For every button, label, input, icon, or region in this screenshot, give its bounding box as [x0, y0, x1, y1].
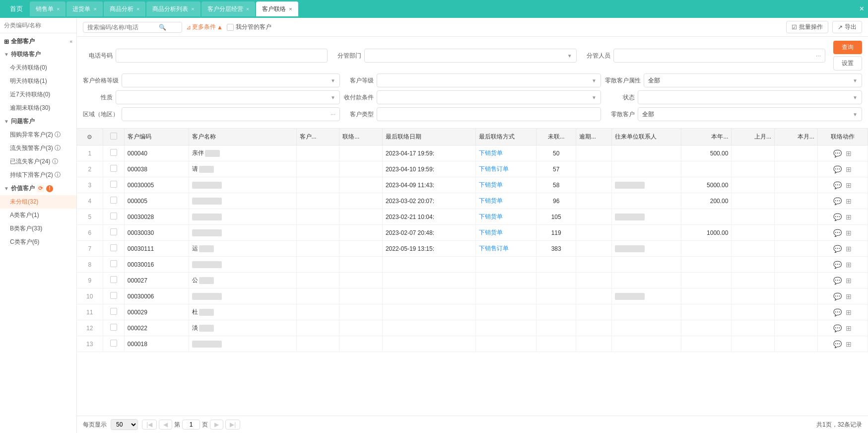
tab-customer-tier[interactable]: 客户分层经营 ×: [201, 1, 255, 16]
row-checkbox[interactable]: [110, 260, 117, 267]
last-page-btn[interactable]: ▶|: [225, 420, 240, 430]
row-checkbox[interactable]: [110, 308, 117, 315]
status-input[interactable]: ▼: [638, 90, 862, 104]
sidebar-item-declining[interactable]: 持续下滑客户(2) ⓘ: [0, 168, 76, 182]
retail-attr-input[interactable]: 全部 ▼: [644, 73, 862, 87]
contact-method-link[interactable]: 下销货单: [479, 229, 503, 236]
tab-sales-close[interactable]: ×: [57, 6, 60, 12]
contact-method-link[interactable]: 下销货单: [479, 213, 503, 220]
row-checkbox[interactable]: [110, 292, 117, 299]
qr-icon[interactable]: ⊞: [846, 213, 852, 221]
sidebar-item-today[interactable]: 今天待联络(0): [0, 61, 76, 74]
tab-home[interactable]: 首页: [4, 4, 29, 13]
message-icon[interactable]: 💬: [833, 229, 842, 237]
page-input[interactable]: [182, 420, 200, 430]
message-icon[interactable]: 💬: [833, 149, 842, 157]
contact-method-link[interactable]: 下销货单: [479, 197, 503, 204]
contact-method-link[interactable]: 下销售订单: [479, 165, 509, 172]
qr-icon[interactable]: ⊞: [846, 197, 852, 205]
contact-method-link[interactable]: 下销售订单: [479, 245, 509, 252]
message-icon[interactable]: 💬: [833, 324, 842, 332]
message-icon[interactable]: 💬: [833, 213, 842, 221]
qr-icon[interactable]: ⊞: [846, 277, 852, 285]
customer-type-input[interactable]: [377, 107, 601, 121]
contact-method-link[interactable]: 下销货单: [479, 149, 503, 156]
header-checkbox[interactable]: [110, 133, 117, 140]
tab-purchase-close[interactable]: ×: [93, 6, 96, 12]
row-checkbox[interactable]: [110, 197, 117, 204]
value-group-header[interactable]: ▼ 价值客户 ⟳ !: [0, 182, 76, 195]
phone-input[interactable]: [116, 49, 328, 63]
message-icon[interactable]: 💬: [833, 181, 842, 189]
qr-icon[interactable]: ⊞: [846, 340, 852, 348]
sidebar-item-ungroup[interactable]: 未分组(32): [0, 195, 76, 209]
col-check-header[interactable]: [103, 129, 124, 145]
sidebar-item-tomorrow[interactable]: 明天待联络(1): [0, 74, 76, 88]
sidebar-search-input[interactable]: [4, 22, 77, 29]
tab-customer-contact-close[interactable]: ×: [289, 6, 292, 12]
message-icon[interactable]: 💬: [833, 261, 842, 269]
qr-icon[interactable]: ⊞: [846, 165, 852, 173]
tab-purchase[interactable]: 进货单 ×: [67, 1, 102, 16]
sidebar-item-a-class[interactable]: A类客户(1): [0, 209, 76, 222]
batch-op-btn[interactable]: ☑ 批量操作: [786, 21, 828, 33]
price-level-input[interactable]: ▼: [122, 73, 340, 87]
sidebar-item-hoarding[interactable]: 囤购异常客户(2) ⓘ: [0, 128, 76, 142]
row-checkbox[interactable]: [110, 228, 117, 235]
sidebar-item-churned[interactable]: 已流失客户(24) ⓘ: [0, 155, 76, 168]
sidebar-item-overdue[interactable]: 逾期未联络(30): [0, 101, 76, 115]
reset-button[interactable]: 设置: [833, 56, 862, 71]
person-input[interactable]: ···: [613, 49, 825, 63]
tab-customer-tier-close[interactable]: ×: [246, 6, 249, 12]
message-icon[interactable]: 💬: [833, 277, 842, 285]
export-btn[interactable]: ↗ 导出: [832, 21, 862, 33]
row-checkbox[interactable]: [110, 324, 117, 331]
customer-level-input[interactable]: ▼: [377, 73, 601, 87]
close-all-icon[interactable]: ×: [860, 4, 864, 13]
first-page-btn[interactable]: |◀: [142, 420, 157, 430]
row-checkbox[interactable]: [110, 244, 117, 251]
row-checkbox[interactable]: [110, 340, 117, 347]
all-customers-header[interactable]: ⊞ 全部客户 «: [0, 33, 76, 48]
qr-icon[interactable]: ⊞: [846, 292, 852, 300]
pending-group-header[interactable]: ▼ 待联络客户: [0, 48, 76, 61]
qr-icon[interactable]: ⊞: [846, 324, 852, 332]
nature-input[interactable]: ▼: [116, 90, 340, 104]
sidebar-item-7days[interactable]: 近7天待联络(0): [0, 88, 76, 101]
contact-method-link[interactable]: 下销货单: [479, 181, 503, 188]
sidebar-item-b-class[interactable]: B类客户(33): [0, 222, 76, 235]
row-checkbox[interactable]: [110, 181, 117, 188]
query-button[interactable]: 查询: [833, 41, 862, 54]
row-checkbox[interactable]: [110, 149, 117, 156]
tab-sales[interactable]: 销售单 ×: [30, 1, 66, 16]
settings-icon[interactable]: ⚙: [87, 134, 92, 141]
message-icon[interactable]: 💬: [833, 165, 842, 173]
message-icon[interactable]: 💬: [833, 292, 842, 300]
qr-icon[interactable]: ⊞: [846, 181, 852, 189]
message-icon[interactable]: 💬: [833, 308, 842, 316]
qr-icon[interactable]: ⊞: [846, 229, 852, 237]
tab-product-analysis-close[interactable]: ×: [136, 6, 139, 12]
qr-icon[interactable]: ⊞: [846, 308, 852, 316]
more-conditions-btn[interactable]: ⊿ 更多条件 ▲: [186, 23, 223, 31]
qr-icon[interactable]: ⊞: [846, 245, 852, 253]
filter-search-icon[interactable]: 🔍: [159, 24, 166, 31]
payment-input[interactable]: ▼: [377, 90, 601, 104]
row-checkbox[interactable]: [110, 165, 117, 172]
message-icon[interactable]: 💬: [833, 245, 842, 253]
tab-customer-contact[interactable]: 客户联络 ×: [256, 1, 298, 16]
qr-icon[interactable]: ⊞: [846, 261, 852, 269]
filter-search-input[interactable]: [87, 24, 157, 31]
my-customers-checkbox[interactable]: [227, 24, 234, 31]
message-icon[interactable]: 💬: [833, 197, 842, 205]
collapse-icon[interactable]: «: [69, 39, 72, 44]
sidebar-item-c-class[interactable]: C类客户(6): [0, 235, 76, 249]
tab-product-analysis[interactable]: 商品分析 ×: [104, 1, 145, 16]
prev-page-btn[interactable]: ◀: [159, 420, 172, 430]
retail-input[interactable]: 全部 ▼: [638, 107, 862, 121]
tab-product-list-close[interactable]: ×: [191, 6, 194, 12]
region-input[interactable]: ···: [122, 107, 340, 121]
row-checkbox[interactable]: [110, 276, 117, 283]
tab-product-list[interactable]: 商品分析列表 ×: [146, 1, 200, 16]
row-checkbox[interactable]: [110, 213, 117, 219]
